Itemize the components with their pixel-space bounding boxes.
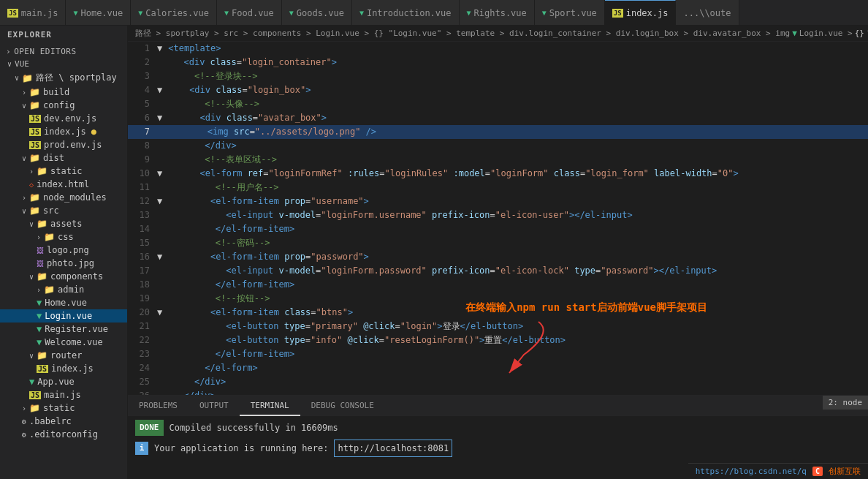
sidebar-item-prod-env[interactable]: JS prod.env.js [0,138,127,151]
line-content: <!--密码--> [170,236,868,250]
tab-sport-vue[interactable]: ▼ Sport.vue [535,0,605,26]
folder-icon: 📁 [37,166,47,176]
sidebar-item-components[interactable]: ∨ 📁 components [0,270,127,283]
fold-arrow[interactable]: ▼ [157,167,162,181]
line-content: <!--登录块--> [170,69,868,83]
line-content: </div> [170,389,868,395]
sidebar-item-static[interactable]: › 📁 static [0,165,127,178]
tab-introduction-vue[interactable]: ▼ Introduction.vue [352,0,460,26]
sidebar-item-dev-env[interactable]: JS dev.env.js [0,112,127,125]
tab-index-js[interactable]: JS index.js [605,0,677,26]
sidebar-item-css[interactable]: › 📁 css [0,230,127,244]
panel-tab-debug[interactable]: DEBUG CONSOLE [300,396,385,416]
code-line-19: 19 <!--按钮--> [128,292,868,306]
vue-icon: ▼ [73,9,77,17]
tab-home-vue[interactable]: ▼ Home.vue [66,0,131,26]
open-editors-header[interactable]: › OPEN EDITORS [0,44,127,58]
code-line-5: 5 <!--头像--> [128,97,868,111]
tab-label: Food.vue [232,8,274,18]
line-number: 14 [128,222,157,236]
folder-icon: 📁 [44,232,55,242]
code-line-24: 24 </el-form> [128,361,868,375]
code-editor[interactable]: 1 ▼ <template> 2 <div class="login_conta… [128,42,868,395]
line-content: <!--用户名--> [170,181,868,195]
sidebar-item-root[interactable]: ∨ 📁 路径 \ sportplay [0,70,127,86]
sidebar-item-admin[interactable]: › 📁 admin [0,283,127,296]
item-label: .babelrc [29,416,72,426]
sidebar-item-welcome-vue[interactable]: ▼ Welcome.vue [0,336,127,349]
dirty-dot: ● [91,127,96,137]
tab-goods-vue[interactable]: ▼ Goods.vue [282,0,352,26]
tab-label: Goods.vue [297,8,344,18]
sidebar-item-dist[interactable]: ∨ 📁 dist [0,151,127,165]
sidebar-item-login-vue[interactable]: ▼ Login.vue [0,309,127,323]
code-line-20: 20 ▼ <el-form-item class="btns"> [128,306,868,320]
sidebar-item-app-vue[interactable]: ▼ App.vue [0,375,127,388]
sidebar-item-photo[interactable]: 🖼 photo.jpg [0,257,127,270]
sidebar-item-babelrc[interactable]: ⚙ .babelrc [0,415,127,428]
sidebar-item-assets[interactable]: ∨ 📁 assets [0,217,127,230]
explorer-header: EXPLORER [0,26,127,44]
code-line-1: 1 ▼ <template> [128,42,868,56]
app-url[interactable]: http://localhost:8081 [334,440,452,457]
sidebar-item-router[interactable]: ∨ 📁 router [0,349,127,362]
folder-icon: 📁 [29,87,40,97]
fold-arrow[interactable]: ▼ [157,42,162,56]
line-content: <el-form ref="loginFormRef" :rules="logi… [164,167,868,181]
vue-icon: ▼ [289,9,294,17]
chevron-down-icon: ∨ [15,74,19,82]
line-number: 20 [128,306,157,320]
vue-icon: ▼ [467,9,471,17]
line-number: 17 [128,264,157,278]
fold-arrow[interactable]: ▼ [157,250,162,264]
sidebar: EXPLORER › OPEN EDITORS ∨ VUE ∨ 📁 路径 \ s… [0,26,128,479]
sidebar-item-index-html[interactable]: ◇ index.html [0,178,127,191]
sidebar-item-main-js[interactable]: JS main.js [0,388,127,401]
sidebar-item-index-js[interactable]: JS index.js ● [0,125,127,138]
fold-arrow[interactable]: ▼ [157,306,162,320]
chevron-down-icon: ∨ [29,273,34,281]
fold-arrow[interactable]: ▼ [157,195,162,208]
item-label: App.vue [37,377,75,387]
panel-tab-output[interactable]: OUTPUT [189,396,240,416]
sidebar-item-src[interactable]: ∨ 📁 src [0,204,127,217]
item-label: router [50,350,82,361]
code-line-14: 14 </el-form-item> [128,222,868,236]
terminal-line-1: DONE Compiled successfully in 16609ms [135,420,861,436]
tab-route[interactable]: ...\\oute [676,0,739,26]
html-icon: ◇ [29,181,34,189]
line-number: 16 [128,250,157,264]
fold-arrow[interactable]: ▼ [157,111,162,125]
folder-icon: 📁 [22,73,33,83]
vue-label: VUE [15,59,29,69]
sidebar-item-home-vue[interactable]: ▼ Home.vue [0,296,127,309]
tab-main-js[interactable]: JS main.js [0,0,66,26]
info-num: i [135,442,148,455]
code-line-22: 22 <el-button type="info" @click="resetL… [128,333,868,347]
breadcrumb-file: Login.vue > [799,29,853,38]
csdn-footer: https://blog.csdn.net/q C 创新互联 [688,463,868,479]
vue-icon: ▼ [542,9,547,17]
sidebar-item-editorconfig[interactable]: ⚙ .editorconfig [0,428,127,441]
sidebar-item-config[interactable]: ∨ 📁 config [0,99,127,112]
panel-tab-problems[interactable]: PROBLEMS [128,396,189,416]
sidebar-item-register-vue[interactable]: ▼ Register.vue [0,323,127,336]
sidebar-item-router-index[interactable]: JS index.js [0,362,127,375]
sidebar-item-vue-root[interactable]: ∨ VUE [0,58,127,70]
line-number: 8 [128,139,157,153]
fold-arrow[interactable]: ▼ [157,83,162,97]
line-content: </div> [170,375,868,389]
panel-tab-terminal[interactable]: TERMINAL [240,396,300,416]
vue-icon: ▼ [138,9,142,17]
sidebar-item-static2[interactable]: › 📁 static [0,401,127,415]
item-label: index.html [37,179,89,189]
tab-food-vue[interactable]: ▼ Food.vue [217,0,282,26]
sidebar-item-node-modules[interactable]: › 📁 node_modules [0,191,127,204]
line-content: </el-form-item> [170,347,868,361]
sidebar-item-logo[interactable]: 🖼 logo.png [0,244,127,257]
tab-calories-vue[interactable]: ▼ Calories.vue [131,0,217,26]
line-number: 26 [128,389,157,395]
tab-rights-vue[interactable]: ▼ Rights.vue [460,0,535,26]
tab-label: Home.vue [80,8,123,18]
sidebar-item-build[interactable]: › 📁 build [0,86,127,99]
